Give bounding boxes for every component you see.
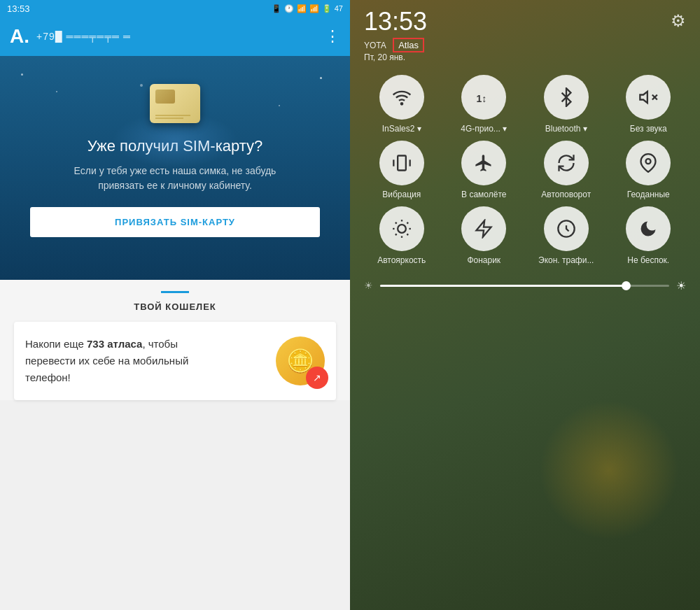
toggle-airplane[interactable]: В самолёте <box>447 141 522 199</box>
toggle-circle-flashlight <box>461 206 506 251</box>
wallet-highlight: 733 атласа <box>87 338 142 350</box>
brightness-min-icon: ☀ <box>364 280 373 291</box>
svg-rect-5 <box>398 155 406 170</box>
toggle-circle-traffic <box>544 206 589 251</box>
app-phone: +79█ ═══╤═╤═ ═ <box>36 31 131 42</box>
toggle-circle-wifi <box>379 75 424 120</box>
battery-level: 47 <box>335 4 343 13</box>
date-label: Пт, 20 янв. <box>364 52 405 62</box>
notif-time: 13:53 <box>364 7 427 36</box>
notification-bar: 13:53 YOTA Atlas Пт, 20 янв. ⚙ <box>350 0 700 68</box>
wallet-card: Накопи еще 733 атласа, чтобы перевести и… <box>14 322 336 400</box>
wallet-divider <box>161 291 189 293</box>
wallet-text-prefix: Накопи еще <box>25 338 87 350</box>
brightness-bar: ☀ ☀ <box>364 279 686 292</box>
toggle-label-4g: 4G-прио... ▾ <box>461 124 507 134</box>
toggle-circle-geo <box>626 141 671 185</box>
svg-line-17 <box>407 222 408 224</box>
toggle-wifi[interactable]: InSales2 ▾ <box>364 75 440 134</box>
svg-line-13 <box>407 234 408 235</box>
toggle-vibration[interactable]: Вибрация <box>364 141 440 199</box>
toggle-circle-brightness <box>379 206 424 251</box>
toggle-sound[interactable]: Без звука <box>611 75 687 134</box>
wallet-section: ТВОЙ КОШЕЛЕК Накопи еще 733 атласа, чтоб… <box>0 280 350 400</box>
wifi-status-icon: 📶 <box>297 4 307 13</box>
status-icons-left: 📱 🕐 📶 📶 🔋 47 <box>272 4 343 13</box>
toggle-flashlight[interactable]: Фонарик <box>447 206 522 265</box>
toggle-label-brightness: Автояркость <box>377 255 426 265</box>
toggle-label-airplane: В самолёте <box>461 190 506 199</box>
toggle-label-traffic: Экон. трафи... <box>538 255 594 265</box>
more-icon[interactable]: ⋮ <box>325 27 340 45</box>
share-button[interactable]: ↗ <box>306 367 328 389</box>
toggle-label-rotation: Автоповорот <box>541 190 591 199</box>
app-bar: А. +79█ ═══╤═╤═ ═ ⋮ <box>0 17 350 56</box>
share-icon: ↗ <box>313 372 321 383</box>
svg-line-16 <box>396 234 397 235</box>
toggle-circle-4g: 1↕ <box>461 75 506 120</box>
toggle-label-geo: Геоданные <box>627 190 670 199</box>
toggle-label-sound: Без звука <box>630 124 667 134</box>
sim-banner: Уже получил SIM-карту? Если у тебя уже е… <box>0 56 350 280</box>
svg-marker-2 <box>640 92 648 103</box>
svg-marker-18 <box>477 220 491 236</box>
sim-chip <box>155 90 175 104</box>
device-name-badge: Atlas <box>393 38 424 52</box>
svg-text:1↕: 1↕ <box>477 93 487 104</box>
brightness-max-icon: ☀ <box>676 279 686 292</box>
toggle-label-wifi: InSales2 ▾ <box>382 124 421 134</box>
toggle-traffic[interactable]: Экон. трафи... <box>528 206 604 265</box>
toggle-circle-bluetooth <box>544 75 589 120</box>
toggle-rotation[interactable]: Автоповорот <box>528 141 604 199</box>
quick-toggles-grid: InSales2 ▾1↕4G-прио... ▾Bluetooth ▾Без з… <box>350 68 700 272</box>
notif-info: YOTA Atlas Пт, 20 янв. <box>364 39 427 64</box>
app-logo: А. <box>10 25 29 48</box>
app-bar-left: А. +79█ ═══╤═╤═ ═ <box>10 25 131 48</box>
svg-point-0 <box>401 103 402 104</box>
battery-icon: 🔋 <box>322 4 332 13</box>
settings-icon[interactable]: ⚙ <box>671 11 686 31</box>
coin-container: 🪙 ↗ <box>276 336 325 385</box>
time-info: 13:53 YOTA Atlas Пт, 20 янв. <box>364 7 427 64</box>
toggle-4g[interactable]: 1↕4G-прио... ▾ <box>447 75 522 134</box>
sim-card-visual <box>150 84 200 123</box>
brightness-thumb[interactable] <box>622 281 631 290</box>
toggle-brightness[interactable]: Автояркость <box>364 206 440 265</box>
operator-label: YOTA <box>364 41 386 50</box>
wallet-text: Накопи еще 733 атласа, чтобы перевести и… <box>25 336 193 386</box>
clock-icon: 🕐 <box>284 4 294 13</box>
toggle-bluetooth[interactable]: Bluetooth ▾ <box>528 75 604 134</box>
toggle-label-bluetooth: Bluetooth ▾ <box>545 124 587 134</box>
svg-point-8 <box>646 159 651 164</box>
sim-card-container <box>150 84 200 123</box>
toggle-donotdisturb[interactable]: Не беспок. <box>611 206 687 265</box>
svg-point-9 <box>398 225 406 233</box>
sim-icon: 📱 <box>272 4 281 13</box>
toggle-geo[interactable]: Геоданные <box>611 141 687 199</box>
wallet-title: ТВОЙ КОШЕЛЕК <box>14 302 336 312</box>
status-bar-left: 13:53 📱 🕐 📶 📶 🔋 47 <box>0 0 350 17</box>
sim-line2 <box>155 118 183 119</box>
left-panel: 13:53 📱 🕐 📶 📶 🔋 47 А. +79█ ═══╤═╤═ ═ ⋮ <box>0 0 350 610</box>
toggle-label-vibration: Вибрация <box>382 190 421 199</box>
signal-icon: 📶 <box>309 4 319 13</box>
toggle-label-flashlight: Фонарик <box>467 255 500 265</box>
sim-line1 <box>155 115 190 116</box>
status-time-left: 13:53 <box>7 3 30 14</box>
brightness-fill <box>380 285 626 287</box>
brightness-track[interactable] <box>380 285 669 287</box>
toggle-circle-rotation <box>544 141 589 185</box>
toggle-circle-airplane <box>461 141 506 185</box>
toggle-label-donotdisturb: Не беспок. <box>627 255 669 265</box>
toggle-circle-donotdisturb <box>626 206 671 251</box>
toggle-circle-vibration <box>379 141 424 185</box>
svg-line-12 <box>396 222 397 224</box>
toggle-circle-sound <box>626 75 671 120</box>
right-panel: 13:53 YOTA Atlas Пт, 20 янв. ⚙ InSales2 … <box>350 0 700 610</box>
